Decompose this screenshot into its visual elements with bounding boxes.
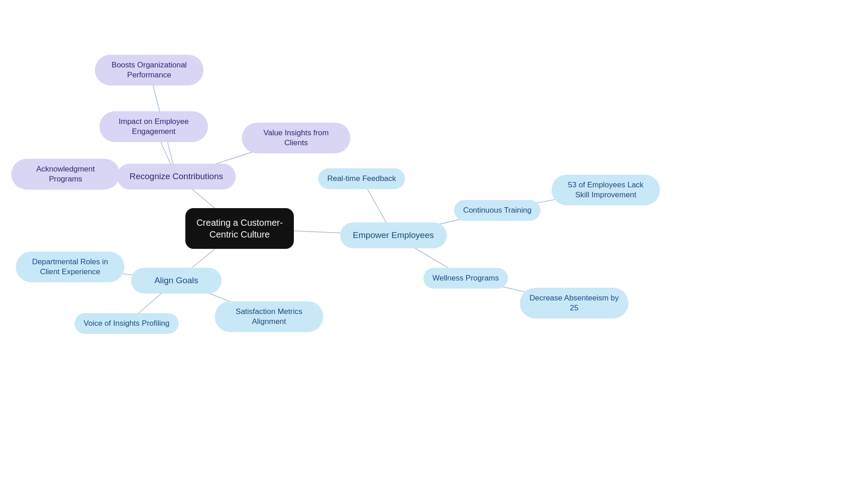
node-decrease: Decrease Absenteeism by 25: [520, 288, 628, 319]
node-align-goals: Align Goals: [131, 268, 222, 294]
center-node: Creating a Customer-Centric Culture: [185, 208, 294, 249]
node-53employees: 53 of Employees Lack Skill Improvement: [552, 175, 660, 205]
node-acknowledgment: Acknowledgment Programs: [11, 159, 120, 190]
node-satisfaction: Satisfaction Metrics Alignment: [215, 301, 323, 332]
node-impact: Impact on Employee Engagement: [99, 111, 208, 142]
node-empower: Empower Employees: [340, 223, 447, 248]
mind-map: Creating a Customer-Centric CultureRecog…: [0, 0, 868, 490]
node-boosts: Boosts Organizational Performance: [95, 55, 203, 86]
node-dept-roles: Departmental Roles in Client Experience: [16, 252, 124, 282]
node-realtime: Real-time Feedback: [318, 168, 405, 189]
node-voice-insights: Voice of Insights Profiling: [75, 313, 179, 334]
node-value-insights: Value Insights from Clients: [242, 123, 350, 153]
node-recognize: Recognize Contributions: [117, 164, 236, 190]
node-continuous: Continuous Training: [454, 200, 540, 221]
node-wellness: Wellness Programs: [423, 268, 508, 289]
